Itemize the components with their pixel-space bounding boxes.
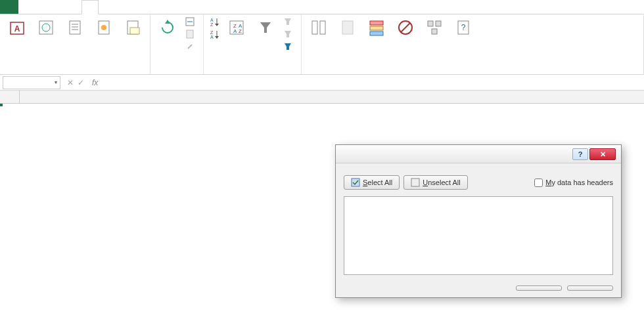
tab-formulas[interactable] [66,0,81,14]
reapply-button[interactable] [281,28,297,40]
consolidate-button[interactable] [421,16,448,41]
svg-text:A: A [233,28,237,34]
from-other-button[interactable] [91,16,117,41]
svg-rect-43 [432,29,437,34]
headers-checkbox[interactable]: My data has headers [534,178,613,187]
svg-marker-30 [285,18,291,25]
connections-button[interactable] [183,16,199,28]
sort-desc-button[interactable]: ZA [208,28,221,40]
edit-links-button[interactable] [183,41,199,52]
text-to-columns-button[interactable] [306,16,332,41]
ribbon: A AZ ZA ZAAZ [0,14,644,75]
svg-rect-37 [370,26,383,30]
remove-duplicates-icon [366,17,387,38]
unselect-all-icon [411,178,420,187]
tab-file[interactable] [0,0,18,14]
unselect-all-button[interactable]: Unselect All [403,175,467,190]
name-box[interactable] [3,76,60,89]
from-access-button[interactable]: A [4,16,30,41]
clear-icon [283,16,293,27]
svg-text:A: A [210,18,214,22]
flash-fill-icon [337,17,358,38]
connections-icon [185,16,195,27]
svg-marker-12 [165,20,170,24]
svg-rect-42 [436,21,441,26]
consolidate-icon [424,17,445,38]
svg-text:?: ? [461,23,466,32]
svg-rect-41 [428,21,433,26]
dialog-titlebar[interactable]: ? ✕ [336,145,621,163]
flash-fill-button[interactable] [334,16,361,41]
svg-text:Z: Z [239,28,242,34]
tab-review[interactable] [99,0,114,14]
select-all-corner[interactable] [0,91,20,103]
sort-icon: ZAAZ [226,17,247,38]
svg-rect-47 [411,178,419,186]
svg-rect-33 [312,21,317,34]
cancel-button[interactable] [567,285,613,291]
advanced-button[interactable] [281,41,297,52]
filter-button[interactable] [252,16,279,41]
web-icon [35,17,57,38]
other-sources-icon [93,17,114,38]
sort-asc-button[interactable]: AZ [208,16,221,28]
text-to-columns-icon [308,17,329,38]
ribbon-tabs [0,0,644,14]
svg-text:A: A [210,35,214,39]
group-sort-filter [208,72,297,74]
refresh-all-button[interactable] [154,16,181,41]
select-all-button[interactable]: Select All [344,175,400,190]
svg-marker-32 [285,43,291,50]
advanced-icon [283,41,293,52]
tab-view[interactable] [114,0,130,14]
select-all-icon [351,178,360,187]
tab-data[interactable] [81,0,99,14]
refresh-icon [157,17,178,38]
svg-rect-35 [342,21,353,34]
validation-icon [395,17,416,38]
svg-rect-11 [130,28,139,34]
filter-icon [255,17,276,38]
edit-links-icon [185,41,195,52]
existing-conn-icon [122,17,143,38]
svg-text:Z: Z [210,30,214,35]
group-data-tools [306,72,639,74]
svg-point-9 [101,25,106,30]
data-validation-button[interactable] [392,16,419,41]
svg-rect-34 [320,21,325,34]
reapply-icon [283,29,293,39]
clear-button[interactable] [281,16,297,28]
svg-rect-38 [370,32,383,35]
svg-rect-15 [187,30,193,38]
sort-button[interactable]: ZAAZ [223,16,250,41]
columns-listbox[interactable] [344,196,613,275]
fx-icon[interactable]: fx [89,78,101,87]
text-file-icon [64,17,85,38]
from-web-button[interactable] [33,16,59,41]
remove-duplicates-button[interactable] [363,16,390,41]
svg-marker-29 [260,22,271,33]
remove-duplicates-dialog: ? ✕ Select All Unselect All My data has … [335,144,622,298]
ok-button[interactable] [516,285,562,291]
access-icon: A [7,17,28,38]
spreadsheet-grid[interactable] [0,91,644,104]
properties-button[interactable] [183,28,199,40]
group-connections [154,72,199,74]
tab-home[interactable] [18,0,34,14]
enter-icon: ✓ [78,78,84,87]
existing-connections-button[interactable] [120,16,146,41]
cancel-icon: ✕ [67,78,74,87]
svg-text:A: A [14,24,20,33]
svg-rect-46 [352,178,359,186]
from-text-button[interactable] [62,16,88,41]
sort-asc-icon: AZ [209,16,219,27]
svg-marker-19 [215,24,219,26]
tab-page-layout[interactable] [50,0,66,14]
tab-insert[interactable] [34,0,50,14]
close-button[interactable]: ✕ [589,148,616,160]
whatif-button[interactable]: ? [450,16,476,41]
help-button[interactable]: ? [572,148,588,160]
svg-line-40 [401,23,410,32]
svg-rect-2 [39,21,53,34]
whatif-icon: ? [453,17,474,38]
